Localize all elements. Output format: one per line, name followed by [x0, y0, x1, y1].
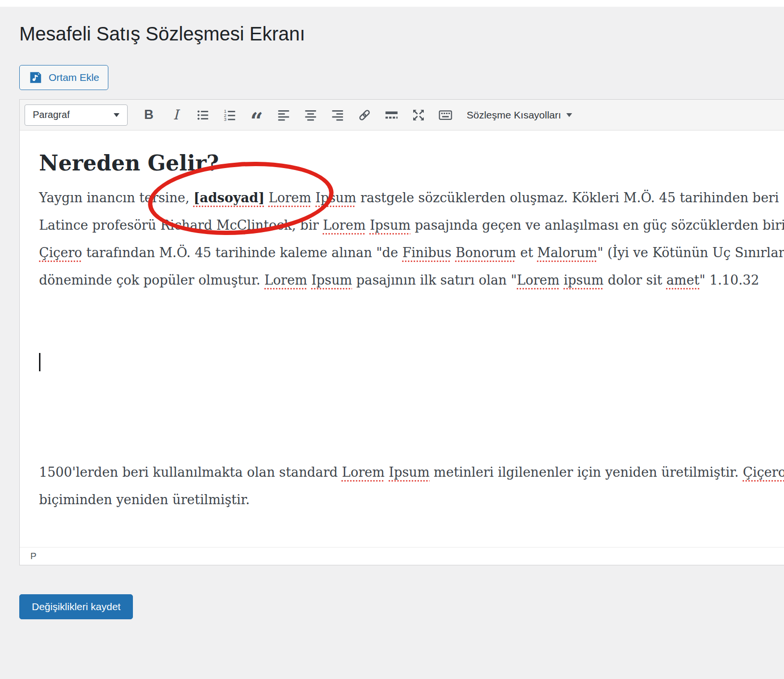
format-select-value: Paragraf	[33, 109, 70, 120]
svg-text:3: 3	[224, 117, 226, 122]
empty-line	[39, 321, 781, 349]
empty-line	[39, 294, 781, 321]
add-media-label: Ortam Ekle	[49, 72, 99, 83]
align-right-button[interactable]	[324, 103, 351, 128]
more-tag-icon	[384, 108, 399, 122]
blockquote-button[interactable]: “	[243, 103, 270, 128]
chevron-down-icon	[114, 113, 119, 117]
admin-page: Mesafeli Satış Sözleşmesi Ekranı Ortam E…	[0, 23, 784, 619]
empty-line	[39, 376, 781, 404]
bold-button[interactable]: B	[135, 103, 162, 128]
chevron-down-icon	[566, 113, 572, 117]
numbered-list-button[interactable]: 1 2 3	[216, 103, 243, 128]
link-icon	[357, 108, 372, 122]
paragraph-2: 1500'lerden beri kullanılmakta olan stan…	[39, 458, 781, 513]
format-select[interactable]: Paragraf	[25, 104, 128, 126]
fullscreen-icon	[411, 108, 426, 122]
editor-content-area[interactable]: Nereden Gelir? Yaygın inancın tersine, […	[20, 131, 784, 547]
paragraph-1: Yaygın inancın tersine, [adsoyad] Lorem …	[39, 184, 781, 294]
caret-line	[39, 349, 781, 376]
save-changes-button[interactable]: Değişiklikleri kaydet	[19, 594, 133, 619]
text-caret	[39, 353, 40, 371]
align-left-icon	[276, 108, 291, 122]
bulleted-list-icon	[196, 108, 210, 122]
editor-statusbar: P	[20, 547, 784, 565]
toolbar-toggle-button[interactable]	[432, 103, 459, 128]
align-center-button[interactable]	[297, 103, 324, 128]
align-left-button[interactable]	[270, 103, 297, 128]
italic-button[interactable]: I	[162, 103, 189, 128]
page-title: Mesafeli Satış Sözleşmesi Ekranı	[19, 23, 784, 45]
blockquote-icon: “	[250, 118, 263, 123]
content-heading: Nereden Gelir?	[39, 151, 781, 175]
top-strip	[0, 0, 784, 7]
numbered-list-icon: 1 2 3	[222, 108, 237, 122]
element-path[interactable]: P	[30, 551, 37, 561]
toolbar-toggle-icon	[438, 108, 453, 122]
empty-line	[39, 404, 781, 431]
align-center-icon	[303, 108, 318, 122]
align-right-icon	[330, 108, 345, 122]
editor-frame: Paragraf B I	[19, 99, 784, 565]
editor-toolbar: Paragraf B I	[20, 100, 784, 131]
contract-shortcuts-dropdown[interactable]: Sözleşme Kısayolları	[467, 109, 572, 121]
empty-line	[39, 431, 781, 458]
italic-icon: I	[173, 107, 178, 123]
bold-icon: B	[144, 107, 154, 122]
more-tag-button[interactable]	[378, 103, 405, 128]
bulleted-list-button[interactable]	[189, 103, 216, 128]
contract-shortcuts-label: Sözleşme Kısayolları	[467, 109, 561, 121]
add-media-icon	[28, 70, 43, 85]
add-media-button[interactable]: Ortam Ekle	[19, 65, 108, 90]
fullscreen-button[interactable]	[405, 103, 432, 128]
link-button[interactable]	[351, 103, 378, 128]
